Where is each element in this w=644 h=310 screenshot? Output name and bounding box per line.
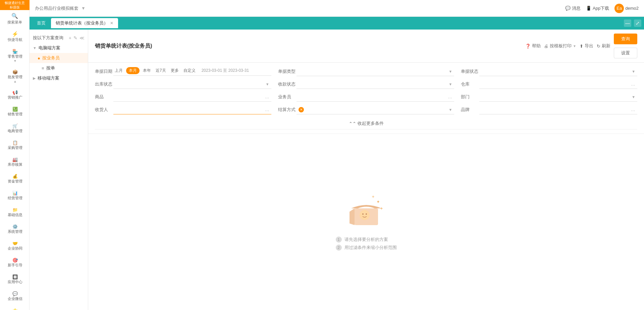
sales-icon: 💹	[12, 107, 18, 112]
collapse-button[interactable]: ⌃⌃ 收起更多条件	[349, 120, 384, 126]
content-area: 按以下方案查询 + ✎ ≪ ▼ 电脑端方案 ● 按业务员 ≡ 按单	[30, 30, 644, 310]
date-range-label: 2023-03-01 至 2023-03-31	[202, 68, 249, 73]
filter-row-3: 商品 … 业务员 …	[95, 92, 637, 102]
settlement-control[interactable]: ✕ ▼	[297, 105, 454, 114]
receiver-label: 收货人	[95, 107, 113, 113]
sidebar-item-retail[interactable]: 🏪 零售管理 ▼	[0, 46, 30, 66]
filter-row-4: 收货人 … 结算方式 ✕ ▼	[95, 105, 637, 114]
enterprise-label: 企业协同	[8, 246, 22, 251]
sidebar-item-apps[interactable]: 🔲 应用中心	[0, 271, 30, 288]
sidebar-item-enterprise[interactable]: 🤝 企业协同	[0, 238, 30, 254]
doctype-control[interactable]: ▼	[297, 67, 454, 76]
warehouse-control[interactable]: …	[479, 80, 637, 89]
tree-parent-mobile[interactable]: ▶ 移动端方案	[30, 73, 88, 83]
salesperson-label: 业务员	[278, 94, 297, 100]
tree-child-salesperson[interactable]: ● 按业务员	[30, 53, 88, 63]
app-download-button[interactable]: 📱 App下载	[586, 5, 609, 11]
docstatus-control[interactable]: ▼	[479, 67, 637, 76]
svg-point-5	[360, 210, 370, 220]
brand-control[interactable]: …	[479, 105, 637, 114]
export-icon: ⬆	[580, 44, 583, 49]
message-icon: 💬	[565, 6, 571, 11]
sidebar-item-newbie[interactable]: 🎯 新手引导	[0, 254, 30, 271]
messages-label: 消息	[572, 5, 581, 11]
date-tab-last-month[interactable]: 上月	[113, 67, 124, 74]
help-button[interactable]: ❓ 帮助	[525, 34, 541, 58]
download-icon: 📱	[586, 6, 591, 11]
sidebar-item-basic[interactable]: 📁 基础信息	[0, 204, 30, 221]
settlement-clear-button[interactable]: ✕	[299, 107, 304, 112]
sidebar-item-ecommerce[interactable]: 🛒 电商管理	[0, 120, 30, 137]
svg-point-6	[362, 213, 364, 215]
date-tab-more[interactable]: 更多	[169, 67, 180, 74]
goods-control[interactable]: …	[113, 92, 271, 102]
system-icon: ⚙️	[12, 224, 18, 229]
topbar-left: 办公用品行业模拟账套 ▼	[35, 5, 86, 11]
purchase-icon: 📋	[12, 140, 18, 145]
tabbar: 首页 销货单统计表（按业务员） ✕ — ⤢	[30, 17, 644, 30]
messages-button[interactable]: 💬 消息	[565, 5, 581, 11]
filter-warehouse-item: 仓库 …	[461, 80, 637, 89]
sidebar-item-sales[interactable]: 💹 销售管理	[0, 103, 30, 120]
date-control: 上月 本月 本年 近7天 更多 自定义 2023-03-01 至 2023-03…	[113, 67, 271, 76]
page-actions: ❓ 帮助 🖨 按模板打印 ▼ ⬆ 导出 ↻ 刷新	[525, 34, 637, 62]
topbar-app-title: 办公用品行业模拟账套	[35, 5, 78, 11]
edit-scheme-button[interactable]: ✎	[73, 35, 77, 41]
ecommerce-label: 电商管理	[8, 128, 22, 134]
date-tab-this-month[interactable]: 本月	[126, 67, 140, 74]
add-scheme-button[interactable]: +	[69, 35, 71, 41]
export-button[interactable]: ⬆ 导出	[580, 34, 593, 58]
filter-settlement-item: 结算方式 ✕ ▼	[278, 105, 454, 114]
salesperson-control[interactable]: …	[297, 92, 454, 102]
tab-sales-stat[interactable]: 销货单统计表（按业务员） ✕	[51, 18, 118, 28]
tab-actions: — ⤢	[624, 19, 641, 27]
filter-doctype-item: 单据类型 ▼	[278, 67, 454, 76]
user-menu[interactable]: Ea demo2	[614, 4, 639, 13]
template-print-button[interactable]: 🖨 按模板打印 ▼	[544, 34, 576, 58]
inventory-icon: 🏭	[12, 157, 18, 162]
sidebar-item-inventory[interactable]: 🏭 库存核算	[0, 154, 30, 170]
date-tab-custom[interactable]: 自定义	[182, 67, 197, 74]
outbound-control[interactable]: ▼	[113, 80, 271, 89]
outbound-chevron-icon: ▼	[266, 82, 269, 86]
date-tab-this-year[interactable]: 本年	[142, 67, 152, 74]
step-2-number: 2	[336, 245, 342, 251]
tab-maximize-button[interactable]: ⤢	[634, 19, 641, 27]
query-button[interactable]: 查询	[614, 34, 637, 44]
svg-text:✦: ✦	[371, 194, 375, 199]
payment-control[interactable]: ▼	[297, 80, 454, 89]
settings-button[interactable]: 设置	[614, 48, 637, 58]
sidebar-item-marketing[interactable]: 📢 营销推广	[0, 87, 30, 103]
home-tab-label: 首页	[37, 20, 46, 26]
tree-section: ▼ 电脑端方案 ● 按业务员 ≡ 按单 ▶ 移动端方案	[30, 43, 88, 83]
sales-label: 销售管理	[8, 112, 22, 117]
collapse-panel-button[interactable]: ≪	[79, 35, 85, 41]
sidebar-item-finance[interactable]: 💰 资金管理	[0, 170, 30, 187]
sidebar-item-wechat[interactable]: 💬 企业微信	[0, 288, 30, 305]
sidebar-item-operations[interactable]: 📊 经营管理	[0, 187, 30, 204]
sidebar-item-quick-nav[interactable]: ⚡ 快捷导航	[0, 28, 30, 46]
empty-illustration: ✦ ✦ ✦	[346, 192, 386, 228]
app-logo[interactable]: 畅捷通好生意 标题版	[0, 0, 30, 10]
tab-home[interactable]: 首页	[32, 18, 50, 28]
date-tab-7days[interactable]: 近7天	[154, 67, 167, 74]
tab-minimize-button[interactable]: —	[624, 19, 631, 27]
empty-steps-list: 1 请先选择要分析的方案 2 用过滤条件来缩小分析范围	[336, 237, 397, 253]
tree-parent-desktop[interactable]: ▼ 电脑端方案	[30, 43, 88, 53]
sidebar-item-wholesale[interactable]: 📦 批发管理 ▲	[0, 66, 30, 87]
refresh-button[interactable]: ↻ 刷新	[597, 34, 610, 58]
template-print-label: 按模板打印	[550, 43, 572, 49]
sidebar-item-member[interactable]: ⭐ 畅会员	[0, 305, 30, 310]
system-label: 系统管理	[8, 229, 22, 234]
tab-close-button[interactable]: ✕	[110, 21, 113, 25]
topbar-dropdown-icon[interactable]: ▼	[81, 6, 86, 11]
tree-child-order[interactable]: ≡ 按单	[30, 63, 88, 73]
sidebar-item-system[interactable]: ⚙️ 系统管理	[0, 221, 30, 238]
receiver-control[interactable]: …	[113, 105, 271, 114]
sidebar-item-purchase[interactable]: 📋 采购管理	[0, 137, 30, 154]
outbound-label: 出库状态	[95, 81, 113, 87]
step-1-number: 1	[336, 237, 342, 243]
search-menu-item[interactable]: 🔍 搜索菜单	[0, 10, 30, 28]
department-control[interactable]: ▼	[479, 92, 637, 102]
topbar: 办公用品行业模拟账套 ▼ 💬 消息 📱 App下载 Ea demo2	[30, 0, 644, 17]
